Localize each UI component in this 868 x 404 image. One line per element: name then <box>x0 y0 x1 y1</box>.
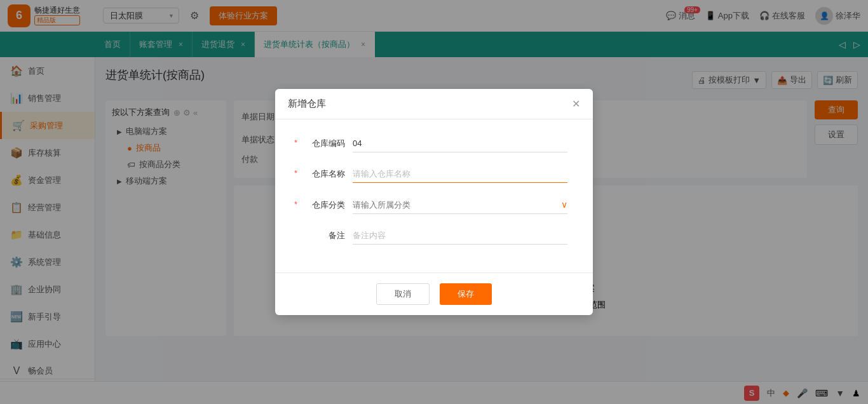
cancel-button[interactable]: 取消 <box>376 283 430 305</box>
modal-overlay: 新增仓库 ✕ 仓库编码 仓库名称 仓库分类 ∨ <box>0 0 868 404</box>
category-label: 仓库分类 <box>301 199 345 211</box>
new-warehouse-dialog: 新增仓库 ✕ 仓库编码 仓库名称 仓库分类 ∨ <box>275 89 593 315</box>
dialog-header: 新增仓库 ✕ <box>275 89 593 119</box>
dialog-title: 新增仓库 <box>288 98 326 110</box>
dialog-body: 仓库编码 仓库名称 仓库分类 ∨ 备注 <box>275 119 593 273</box>
category-dropdown-icon: ∨ <box>561 199 567 210</box>
remark-label: 备注 <box>301 230 345 241</box>
form-row-name: 仓库名称 <box>301 165 567 183</box>
form-row-code: 仓库编码 <box>301 135 567 152</box>
dialog-close-button[interactable]: ✕ <box>572 98 580 110</box>
name-label: 仓库名称 <box>301 168 345 180</box>
dialog-footer: 取消 保存 <box>275 273 593 315</box>
category-input[interactable] <box>353 200 561 210</box>
code-input[interactable] <box>353 135 567 152</box>
form-row-category: 仓库分类 ∨ <box>301 196 567 214</box>
name-input[interactable] <box>353 165 567 183</box>
form-row-remark: 备注 <box>301 227 567 245</box>
remark-input[interactable] <box>353 227 567 245</box>
save-button[interactable]: 保存 <box>440 283 492 305</box>
category-select-wrap[interactable]: ∨ <box>353 196 567 214</box>
code-label: 仓库编码 <box>301 138 345 149</box>
